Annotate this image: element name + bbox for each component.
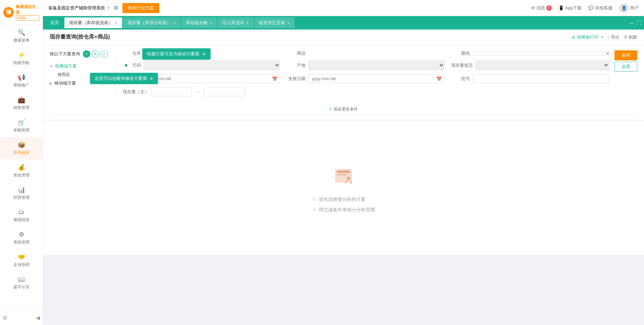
expire-date-field: 失效日期 📅 <box>287 74 445 83</box>
topbar-left: 装备及固定资产辅助管理系统 ▾ ⚙ 体验行业方案 <box>48 3 159 13</box>
page-content: 现存量查询(按仓库+商品) 🖨 按模板打印 ▾ ↑ 导出 ↺ 刷新 <box>43 30 644 325</box>
edit-scheme-icon[interactable]: ✎ <box>92 50 99 58</box>
filter-row4: 现存量（主） — <box>122 87 609 96</box>
tab-close-icon[interactable]: ✕ <box>287 21 290 25</box>
logo-area: 畅 畅通道好生意 标准版 <box>0 0 43 25</box>
sidebar-item-finance[interactable]: 💰 资金管理 <box>0 160 43 182</box>
color-select-wrap <box>473 51 611 55</box>
export-button[interactable]: ↑ 导出 <box>607 34 620 40</box>
tooltip2-close[interactable]: ✕ <box>150 76 153 81</box>
tab-home[interactable]: 首页 <box>46 17 64 28</box>
print-icon: 🖨 <box>571 35 576 40</box>
sidebar-item-operations[interactable]: 📊 经营管理 <box>0 182 43 205</box>
finance-icon: 💰 <box>18 164 25 171</box>
origin-select-wrap <box>308 60 445 70</box>
online-service-btn[interactable]: 💬 在线客服 <box>588 5 612 11</box>
batch-no-field: 批号 <box>451 74 609 83</box>
sidebar-item-basic[interactable]: 🗂 基础信息 <box>0 205 43 227</box>
system-title: 装备及固定资产辅助管理系统 <box>48 5 105 11</box>
page-header: 现存量查询(按仓库+商品) 🖨 按模板打印 ▾ ↑ 导出 ↺ 刷新 <box>43 30 644 45</box>
prod-date-input[interactable] <box>144 74 280 83</box>
back-scheme-icon[interactable]: « <box>100 50 108 58</box>
empty-illustration <box>330 161 357 187</box>
footer-collapse-icon[interactable]: ◀ <box>36 315 40 321</box>
empty-tip1: ① 请先选择要分析的方案 <box>312 194 375 205</box>
page-actions: 🖨 按模板打印 ▾ ↑ 导出 ↺ 刷新 <box>571 34 638 40</box>
footer-settings-icon[interactable]: ⚙ <box>3 315 7 321</box>
color-label: 颜色 <box>451 50 470 56</box>
tab-minimize-icon[interactable]: — <box>629 20 634 25</box>
tab-close-icon[interactable]: ✕ <box>210 21 212 25</box>
stock-main-from[interactable] <box>152 87 192 96</box>
expire-date-label: 失效日期 <box>287 76 306 82</box>
empty-tips: ① 请先选择要分析的方案 ② 用过滤条件来缩小分析范围 <box>312 194 375 215</box>
expire-date-calendar-icon[interactable]: 📅 <box>436 76 442 81</box>
print-dropdown-icon: ▾ <box>601 35 603 39</box>
add-scheme-icon[interactable]: + <box>83 50 90 58</box>
refresh-button[interactable]: ↺ 刷新 <box>624 34 637 40</box>
top-bar: 装备及固定资产辅助管理系统 ▾ ⚙ 体验行业方案 ✉ 消息 8 📱 App下载 … <box>43 0 644 16</box>
sidebar-item-enterprise[interactable]: 🤝 企业协同 <box>0 249 43 272</box>
trial-button[interactable]: 体验行业方案 <box>122 3 159 13</box>
sidebar-item-quicknav[interactable]: ⚡ 快捷导航 <box>0 47 43 70</box>
dropdown-arrow-icon: ▾ <box>108 6 110 10</box>
empty-tip2: ② 用过滤条件来缩小分析范围 <box>312 205 375 215</box>
app-download-btn[interactable]: 📱 App下载 <box>558 5 582 11</box>
sidebar-item-system[interactable]: ⚙ 系统管理 <box>0 227 43 249</box>
topbar-settings-icon[interactable]: ⚙ <box>114 5 118 11</box>
color-select[interactable] <box>473 51 611 55</box>
stock-main-field: 现存量（主） — <box>122 87 245 96</box>
tab-batch-account[interactable]: 库存批次账 ✕ <box>181 17 217 28</box>
refresh-icon: ↺ <box>624 35 627 40</box>
topbar-right: ✉ 消息 8 📱 App下载 💬 在线客服 👤 用户 <box>531 3 639 13</box>
sidebar-item-inventory[interactable]: 📦 库存核算 <box>0 137 43 160</box>
query-button[interactable]: 查询 <box>614 50 637 60</box>
stock-main-label: 现存量（主） <box>122 89 149 95</box>
service-icon: 💬 <box>588 5 594 10</box>
expire-date-wrap: 📅 <box>308 74 445 83</box>
message-btn[interactable]: ✉ 消息 8 <box>531 5 552 11</box>
sales-icon: 💼 <box>18 96 25 104</box>
filter-header: 按以下方案查询 + ✎ « <box>50 50 112 58</box>
batch-no-input[interactable] <box>473 74 609 83</box>
size-select[interactable] <box>144 60 280 70</box>
sidebar-item-marketing[interactable]: 📢 营销推广 <box>0 70 43 92</box>
print-button[interactable]: 🖨 按模板打印 ▾ <box>571 34 603 40</box>
purchase-icon: 🛒 <box>18 119 25 126</box>
tabs-actions: — ⛶ <box>629 20 641 25</box>
user-btn[interactable]: 👤 用户 <box>619 3 639 13</box>
tooltip-scheme-popup: 电脑方案可设为移动方案哦 ✕ <box>142 48 211 60</box>
logo-text: 畅通道好生意 标准版 <box>16 4 39 20</box>
svg-rect-1 <box>337 171 350 173</box>
system-dropdown[interactable]: 装备及固定资产辅助管理系统 ▾ <box>48 5 110 11</box>
sidebar-item-sales[interactable]: 💼 销售管理 <box>0 92 43 115</box>
reset-button[interactable]: 设置 <box>614 62 637 72</box>
sidebar-item-guide[interactable]: 📖 新手引导 <box>0 272 43 294</box>
expand-icon: ▼ <box>50 64 53 68</box>
goods-label: 商品 <box>287 50 306 56</box>
filter-row2: 尺码 产地 <box>122 60 609 70</box>
color-field: 颜色 ▾ <box>451 50 609 56</box>
sidebar-item-search[interactable]: 🔍 搜索菜单 <box>0 25 43 47</box>
prod-date-calendar-icon[interactable]: 📅 <box>272 76 277 81</box>
goods-dots[interactable]: ··· <box>308 50 314 56</box>
tab-close-icon[interactable]: ✕ <box>246 21 249 25</box>
tab-close-icon[interactable]: ✕ <box>115 21 117 25</box>
sidebar-item-purchase[interactable]: 🛒 采购管理 <box>0 115 43 137</box>
tab-stock-dist[interactable]: 现存量（库存分布表） ✕ <box>123 17 180 28</box>
collapse-bar[interactable]: ∧ 收起更多条件 <box>50 104 637 115</box>
tab-stock-status[interactable]: 现存量（库存状况表） ✕ <box>64 17 122 28</box>
stock-main-to[interactable] <box>204 87 245 96</box>
sidebar: 畅 畅通道好生意 标准版 🔍 搜索菜单 ⚡ 快捷导航 📢 营销推广 💼 销售管理 <box>0 0 43 325</box>
tooltip1-close[interactable]: ✕ <box>202 51 206 57</box>
tab-inout-flow[interactable]: 出入库流水 ✕ <box>218 17 254 28</box>
tab-receive-send[interactable]: 收发存汇总表 ✕ <box>254 17 294 28</box>
stock-status-select[interactable] <box>476 60 609 70</box>
expire-date-input[interactable] <box>308 74 445 83</box>
origin-select[interactable] <box>308 60 445 70</box>
schema-desktop[interactable]: ▼ 电脑端方案 <box>50 62 112 70</box>
tab-close-icon[interactable]: ✕ <box>173 21 176 25</box>
batch-no-label: 批号 <box>451 76 470 82</box>
search-icon: 🔍 <box>18 29 25 36</box>
tab-maximize-icon[interactable]: ⛶ <box>637 20 641 25</box>
